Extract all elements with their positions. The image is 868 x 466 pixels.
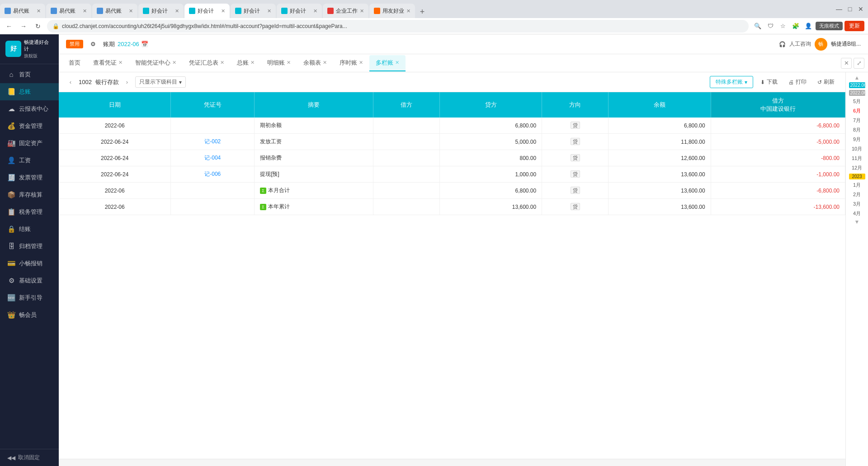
sidebar-item-fixed-assets[interactable]: 🏭固定资产 bbox=[0, 135, 59, 152]
search-icon[interactable]: 🔍 bbox=[752, 21, 763, 32]
cell-voucher[interactable]: 记-002 bbox=[171, 134, 255, 150]
browser-tab-tab5[interactable]: 好会计✕ bbox=[184, 4, 230, 18]
browser-tab-tab7[interactable]: 好会计✕ bbox=[277, 4, 322, 18]
tab-close-icon[interactable]: ✕ bbox=[406, 8, 410, 14]
cell-balance: 6,800.00 bbox=[609, 118, 711, 134]
sidebar-item-settings[interactable]: ⚙基础设置 bbox=[0, 272, 59, 289]
nav-tab-general-ledger[interactable]: 总账✕ bbox=[231, 55, 261, 71]
sidebar-item-inventory[interactable]: 📦库存核算 bbox=[0, 186, 59, 203]
nav-tab-multi-ledger[interactable]: 多栏账✕ bbox=[369, 55, 406, 71]
sidebar-item-salary[interactable]: 👤工资 bbox=[0, 152, 59, 169]
maximize-button[interactable]: □ bbox=[846, 5, 854, 13]
update-button[interactable]: 更新 bbox=[844, 21, 864, 31]
timeline-month-7月[interactable]: 7月 bbox=[849, 116, 865, 125]
tab-close-icon[interactable]: ✕ bbox=[221, 8, 225, 14]
cell-voucher[interactable]: 记-006 bbox=[171, 166, 255, 183]
timeline-scroll-up[interactable]: ▲ bbox=[852, 74, 863, 81]
sidebar-item-home[interactable]: ⌂首页 bbox=[0, 66, 59, 83]
sidebar-item-invoice[interactable]: 🧾发票管理 bbox=[0, 169, 59, 186]
timeline-month-2023-4月[interactable]: 4月 bbox=[849, 209, 865, 218]
close-panel-button[interactable]: ✕ bbox=[841, 58, 852, 69]
timeline-month-8月[interactable]: 8月 bbox=[849, 125, 865, 135]
sidebar-item-member[interactable]: 👑畅会员 bbox=[0, 306, 59, 324]
nav-tab-balance[interactable]: 余额表✕ bbox=[297, 55, 333, 71]
star-icon[interactable]: ☆ bbox=[778, 21, 788, 32]
settings-button[interactable]: ⚙ bbox=[90, 41, 96, 47]
sidebar-item-archive[interactable]: 🗄归档管理 bbox=[0, 238, 59, 255]
prev-account-button[interactable]: ‹ bbox=[66, 78, 75, 87]
ledger-table: 日期 凭证号 摘要 借方 贷方 方向 余额 借方中国建设银行 bbox=[59, 92, 845, 215]
browser-tab-tab6[interactable]: 好会计✕ bbox=[231, 4, 276, 18]
browser-tab-tab3[interactable]: 易代账✕ bbox=[92, 4, 137, 18]
unpin-button[interactable]: ◀◀ 取消固定 bbox=[0, 449, 59, 466]
refresh-button[interactable]: ↺ 刷新 bbox=[814, 76, 838, 88]
url-box[interactable]: 🔒 cloud2.chanjet.com/accounting/uh26t264… bbox=[47, 20, 749, 33]
tab-close-icon[interactable]: ✕ bbox=[313, 8, 317, 14]
sidebar-item-close[interactable]: 🔒结账 bbox=[0, 221, 59, 238]
browser-tab-tab8[interactable]: 企业工作✕ bbox=[323, 4, 368, 18]
sidebar-item-ledger[interactable]: 📒总账 bbox=[0, 83, 59, 100]
shield-icon[interactable]: 🛡 bbox=[765, 21, 776, 32]
timeline-month-10月[interactable]: 10月 bbox=[849, 144, 865, 154]
nav-tab-home[interactable]: 首页 bbox=[62, 55, 87, 71]
new-tab-button[interactable]: + bbox=[416, 5, 429, 18]
nav-tab-close-seq-ledger[interactable]: ✕ bbox=[359, 60, 363, 66]
tab-close-icon[interactable]: ✕ bbox=[360, 8, 364, 14]
timeline-month-5月[interactable]: 5月 bbox=[849, 97, 865, 106]
nav-icon-expense: 💳 bbox=[7, 259, 15, 268]
timeline-month-12月[interactable]: 12月 bbox=[849, 163, 865, 173]
sidebar-item-tax[interactable]: 📋税务管理 bbox=[0, 203, 59, 221]
nav-tab-check-voucher[interactable]: 查看凭证✕ bbox=[87, 55, 129, 71]
tab-close-icon[interactable]: ✕ bbox=[37, 8, 41, 14]
sidebar-item-guide[interactable]: 🆕新手引导 bbox=[0, 289, 59, 306]
profile-icon[interactable]: 👤 bbox=[803, 21, 814, 32]
timeline-month-2023-1月[interactable]: 1月 bbox=[849, 180, 865, 190]
nav-tab-close-detail-ledger[interactable]: ✕ bbox=[287, 60, 291, 66]
nav-tab-close-balance[interactable]: ✕ bbox=[323, 60, 327, 66]
close-window-button[interactable]: ✕ bbox=[857, 5, 864, 13]
timeline-month-2023-2月[interactable]: 2月 bbox=[849, 190, 865, 199]
forward-button[interactable]: → bbox=[18, 21, 29, 32]
sidebar-item-expense[interactable]: 💳小畅报销 bbox=[0, 255, 59, 272]
browser-tab-tab1[interactable]: 易代账✕ bbox=[0, 4, 45, 18]
cell-voucher[interactable]: 记-004 bbox=[171, 150, 255, 166]
nav-tab-smart-voucher[interactable]: 智能凭证中心✕ bbox=[129, 55, 183, 71]
period-selector[interactable]: 账期 2022-06 📅 bbox=[103, 40, 148, 48]
nav-tab-voucher-summary[interactable]: 凭证汇总表✕ bbox=[183, 55, 231, 71]
ledger-table-wrap[interactable]: 日期 凭证号 摘要 借方 贷方 方向 余额 借方中国建设银行 bbox=[59, 92, 845, 459]
special-ledger-button[interactable]: 特殊多栏账 ▾ bbox=[710, 76, 753, 88]
sidebar-item-fund[interactable]: 💰资金管理 bbox=[0, 118, 59, 135]
maximize-panel-button[interactable]: ⤢ bbox=[854, 58, 864, 69]
browser-tab-tab9[interactable]: 用友好业✕ bbox=[369, 4, 415, 18]
timeline-month-6月[interactable]: 6月 bbox=[849, 106, 865, 116]
download-button[interactable]: ⬇ 下载 bbox=[757, 76, 781, 88]
tab-close-icon[interactable]: ✕ bbox=[175, 8, 179, 14]
print-button[interactable]: 🖨 打印 bbox=[785, 76, 810, 88]
tab-favicon bbox=[5, 8, 11, 14]
reload-button[interactable]: ↻ bbox=[33, 21, 43, 32]
nav-tab-close-smart-voucher[interactable]: ✕ bbox=[172, 60, 176, 66]
nav-tab-close-check-voucher[interactable]: ✕ bbox=[118, 60, 123, 66]
tab-close-icon[interactable]: ✕ bbox=[129, 8, 133, 14]
tab-close-icon[interactable]: ✕ bbox=[267, 8, 271, 14]
nav-tab-close-voucher-summary[interactable]: ✕ bbox=[220, 60, 224, 66]
nav-tab-detail-ledger[interactable]: 明细账✕ bbox=[261, 55, 297, 71]
tab-close-icon[interactable]: ✕ bbox=[83, 8, 87, 14]
timeline-month-2023-3月[interactable]: 3月 bbox=[849, 199, 865, 209]
timeline-month-11月[interactable]: 11月 bbox=[849, 154, 865, 163]
nav-tab-seq-ledger[interactable]: 序时账✕ bbox=[333, 55, 369, 71]
back-button[interactable]: ← bbox=[4, 21, 14, 32]
browser-tab-tab2[interactable]: 易代账✕ bbox=[46, 4, 91, 18]
nav-tab-close-multi-ledger[interactable]: ✕ bbox=[395, 60, 399, 66]
timeline-month-9月[interactable]: 9月 bbox=[849, 135, 865, 144]
sidebar-item-cloud-report[interactable]: ☁云报表中心 bbox=[0, 100, 59, 118]
nav-tab-close-general-ledger[interactable]: ✕ bbox=[250, 60, 255, 66]
consult-label[interactable]: 人工咨询 bbox=[789, 40, 811, 48]
timeline-scroll-down[interactable]: ▼ bbox=[852, 218, 863, 226]
browser-tab-tab4[interactable]: 好会计✕ bbox=[138, 4, 184, 18]
next-account-button[interactable]: › bbox=[123, 78, 132, 87]
minimize-button[interactable]: — bbox=[835, 5, 843, 13]
extensions-icon[interactable]: 🧩 bbox=[790, 21, 801, 32]
filter-dropdown[interactable]: 只显示下级科目 ▾ bbox=[135, 76, 186, 88]
incognito-button[interactable]: 无痕模式 bbox=[816, 22, 843, 30]
